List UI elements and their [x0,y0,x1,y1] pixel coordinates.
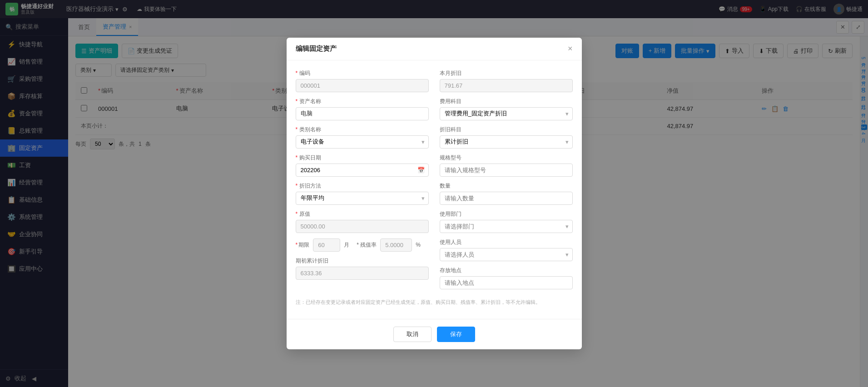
edit-asset-modal: 编辑固定资产 × *编码 *资产名称 *类别名称 [287,38,582,350]
expense-account-select[interactable]: ▾ [440,107,573,120]
modal-overlay: 编辑固定资产 × *编码 *资产名称 *类别名称 [0,0,868,387]
quantity-input[interactable] [440,192,573,205]
expense-account-input[interactable] [440,108,562,120]
category-chevron-icon: ▾ [418,139,428,145]
department-select[interactable]: ▾ [440,220,573,233]
department-chevron-icon: ▾ [562,223,572,230]
department-input[interactable] [440,220,562,233]
depreciation-account-select[interactable]: ▾ [440,135,573,149]
modal-footer: 取消 保存 [287,319,582,349]
user-input[interactable] [440,248,562,261]
modal-body: *编码 *资产名称 *类别名称 ▾ [287,60,582,319]
modal-close-btn[interactable]: × [568,44,573,54]
category-select-input[interactable] [296,136,418,148]
original-value-input[interactable] [296,220,429,233]
code-input[interactable] [296,79,429,92]
spec-model-input[interactable] [440,164,573,177]
save-button[interactable]: 保存 [437,327,475,342]
cancel-button[interactable]: 取消 [393,327,432,342]
initial-depreciation-input[interactable] [296,267,429,280]
calendar-icon[interactable]: 📅 [414,167,428,174]
period-row: *期限 月 * 残值率 % [296,238,429,252]
user-chevron-icon: ▾ [562,251,572,258]
category-select[interactable]: ▾ [296,135,429,149]
depreciation-account-input[interactable] [440,136,562,148]
expense-chevron-icon: ▾ [562,110,572,117]
monthly-depreciation-input[interactable] [440,79,573,92]
purchase-date-wrap: 📅 [296,164,429,177]
period-input[interactable] [313,238,340,252]
user-select[interactable]: ▾ [440,248,573,261]
location-input[interactable] [440,276,573,289]
modal-note: 注：已经存在变更记录或者对应固定资产已经生成凭证，原值、购买日期、残值率、累计折… [296,295,573,310]
asset-name-input[interactable] [296,107,429,120]
depreciation-method-select[interactable]: ▾ [296,192,429,205]
residual-rate-input[interactable] [380,238,412,252]
purchase-date-input[interactable] [296,164,414,176]
method-chevron-icon: ▾ [418,195,428,202]
depreciation-method-input[interactable] [296,192,418,204]
depreciation-chevron-icon: ▾ [562,139,572,145]
modal-title: 编辑固定资产 [296,45,337,53]
modal-header: 编辑固定资产 × [287,38,582,60]
